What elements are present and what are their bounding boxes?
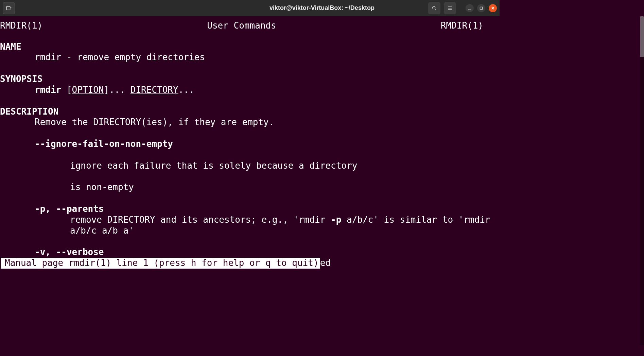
option-parents-flag: -p, --parents	[0, 204, 500, 215]
man-status-line: Manual page rmdir(1) line 1 (press h for…	[1, 258, 320, 269]
section-synopsis-heading: SYNOPSIS	[0, 74, 500, 85]
minimize-button[interactable]	[466, 4, 474, 12]
new-tab-icon	[6, 5, 12, 11]
section-description-heading: DESCRIPTION	[0, 106, 500, 117]
maximize-button[interactable]	[477, 4, 485, 12]
svg-point-3	[433, 6, 435, 9]
man-header-left: RMDIR(1)	[0, 20, 42, 31]
close-button[interactable]	[489, 4, 497, 12]
synopsis-rbracket-dots: ]...	[104, 85, 130, 95]
titlebar: viktor@viktor-VirtualBox: ~/Desktop	[0, 0, 500, 16]
option-parents-desc-bold: -p	[331, 215, 341, 225]
synopsis-line: rmdir [OPTION]... DIRECTORY...	[0, 85, 500, 96]
minimize-icon	[468, 6, 471, 10]
man-header-row: RMDIR(1) User Commands RMDIR(1)	[0, 17, 500, 31]
svg-line-4	[435, 9, 436, 10]
section-name-heading: NAME	[0, 41, 500, 52]
search-button[interactable]	[428, 2, 440, 14]
synopsis-command: rmdir	[35, 85, 61, 95]
maximize-icon	[480, 6, 483, 10]
window-title: viktor@viktor-VirtualBox: ~/Desktop	[0, 4, 500, 12]
search-icon	[432, 5, 437, 11]
man-header-center: User Commands	[207, 20, 276, 31]
synopsis-lbracket: [	[61, 85, 72, 95]
description-intro: Remove the DIRECTORY(ies), if they are e…	[0, 117, 500, 128]
name-line: rmdir - remove empty directories	[0, 52, 500, 63]
menu-button[interactable]	[444, 2, 456, 14]
hamburger-icon	[447, 5, 453, 11]
option-parents-desc-pre: remove DIRECTORY and its ancestors; e.g.…	[70, 215, 331, 225]
man-header-right: RMDIR(1)	[441, 20, 483, 31]
terminal-viewport[interactable]: RMDIR(1) User Commands RMDIR(1) NAME rmd…	[0, 16, 500, 269]
option-verbose-flag: -v, --verbose	[0, 247, 500, 258]
synopsis-trailing-dots: ...	[178, 85, 194, 95]
svg-rect-9	[480, 7, 483, 10]
svg-rect-0	[6, 6, 10, 10]
close-icon	[491, 6, 494, 10]
option-ignore-desc-line1: ignore each failure that is solely becau…	[0, 160, 500, 171]
synopsis-option: OPTION	[72, 85, 104, 95]
synopsis-directory: DIRECTORY	[130, 85, 178, 95]
option-ignore-flag: --ignore-fail-on-non-empty	[0, 139, 500, 150]
option-parents-desc: remove DIRECTORY and its ancestors; e.g.…	[0, 215, 500, 236]
new-tab-button[interactable]	[3, 2, 15, 14]
option-ignore-desc-line2: is non-empty	[0, 182, 500, 193]
